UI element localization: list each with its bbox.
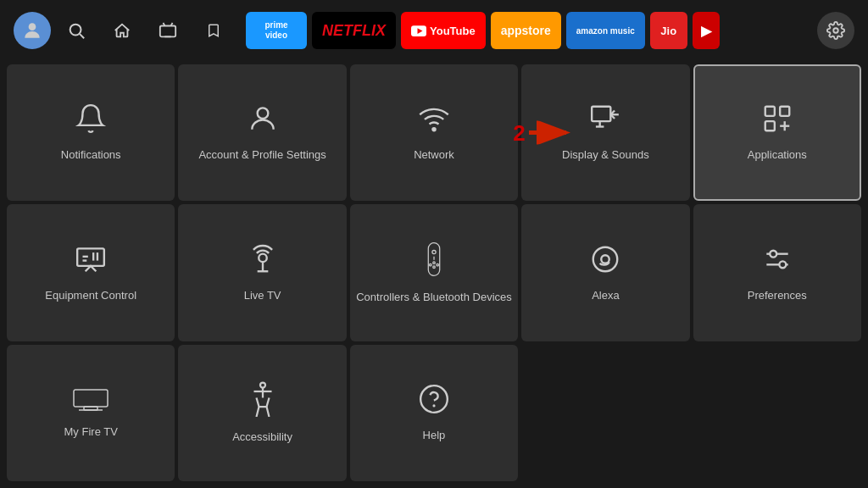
svg-point-39 <box>770 250 776 257</box>
display-sounds-icon <box>589 103 621 140</box>
remote-icon <box>422 241 446 282</box>
grid-item-network[interactable]: Network <box>350 64 518 201</box>
app-prime-video[interactable]: primevideo <box>246 12 307 49</box>
help-icon <box>418 383 450 420</box>
svg-point-11 <box>432 128 435 130</box>
live-tv-label: Live TV <box>244 289 281 303</box>
search-icon[interactable] <box>61 15 92 46</box>
grid-item-display-sounds[interactable]: 2 Display & Sounds <box>521 64 689 201</box>
wifi-icon <box>418 103 450 140</box>
svg-point-29 <box>432 250 436 253</box>
grid-item-my-fire-tv[interactable]: My Fire TV <box>7 345 175 481</box>
app-netflix[interactable]: NETFLIX <box>312 12 396 49</box>
svg-point-44 <box>260 382 265 387</box>
settings-grid: Notifications Account & Profile Settings… <box>0 61 868 488</box>
top-bar: primevideo NETFLIX YouTube appstore amaz… <box>0 0 868 61</box>
svg-rect-20 <box>77 248 104 266</box>
svg-rect-15 <box>765 107 775 116</box>
svg-point-32 <box>433 266 436 269</box>
grid-item-alexa[interactable]: Alexa <box>521 204 689 341</box>
apps-icon <box>761 103 793 140</box>
grid-item-controllers-bluetooth[interactable]: Controllers & Bluetooth Devices <box>350 204 518 341</box>
svg-line-2 <box>80 34 84 38</box>
svg-point-40 <box>779 261 786 268</box>
svg-rect-17 <box>765 121 775 130</box>
app-amazon-music[interactable]: amazon music <box>566 12 645 49</box>
alexa-icon <box>589 243 621 280</box>
grid-item-help[interactable]: Help <box>350 345 518 481</box>
help-label: Help <box>423 429 446 443</box>
firetv-icon <box>72 386 109 417</box>
svg-rect-41 <box>74 390 108 407</box>
avatar[interactable] <box>14 12 51 49</box>
svg-point-0 <box>29 23 36 30</box>
svg-point-33 <box>430 263 432 266</box>
preferences-label: Preferences <box>748 289 807 303</box>
sliders-icon <box>761 243 793 280</box>
grid-item-live-tv[interactable]: Live TV <box>178 204 346 341</box>
equipment-control-label: Equipment Control <box>45 289 136 303</box>
grid-item-equipment-control[interactable]: Equipment Control <box>7 204 175 341</box>
svg-rect-14 <box>593 107 611 121</box>
grid-item-account-profile[interactable]: Account & Profile Settings <box>178 64 346 201</box>
svg-point-1 <box>70 25 81 36</box>
antenna-icon <box>247 243 279 280</box>
svg-point-49 <box>420 385 448 413</box>
grid-item-notifications[interactable]: Notifications <box>7 64 175 201</box>
network-label: Network <box>414 148 454 163</box>
accessibility-icon <box>248 381 278 422</box>
controllers-bluetooth-label: Controllers & Bluetooth Devices <box>356 291 512 305</box>
my-fire-tv-label: My Fire TV <box>64 425 118 440</box>
svg-line-48 <box>266 397 269 407</box>
empty-cell-2 <box>693 345 861 481</box>
alexa-label: Alexa <box>592 289 620 303</box>
app-youtube[interactable]: YouTube <box>401 12 486 49</box>
monitor-icon <box>75 243 107 280</box>
person-icon <box>247 103 279 140</box>
grid-item-applications[interactable]: Applications <box>693 64 861 201</box>
app-more[interactable]: ▶ <box>693 12 720 49</box>
nav-icons <box>61 15 229 46</box>
accessibility-label: Accessibility <box>232 430 292 445</box>
display-sounds-label: Display & Sounds <box>562 148 649 163</box>
app-jio[interactable]: Jio <box>650 12 687 49</box>
tv-icon[interactable] <box>153 15 183 46</box>
bookmark-icon[interactable] <box>198 15 229 46</box>
svg-point-35 <box>593 247 618 271</box>
app-shortcuts: primevideo NETFLIX YouTube appstore amaz… <box>246 12 807 49</box>
notifications-label: Notifications <box>61 148 121 163</box>
empty-cell-1 <box>521 345 689 481</box>
svg-point-10 <box>257 108 268 119</box>
svg-point-34 <box>437 263 439 266</box>
svg-point-31 <box>433 261 436 263</box>
grid-item-accessibility[interactable]: Accessibility <box>178 345 346 481</box>
grid-item-preferences[interactable]: Preferences <box>693 204 861 341</box>
home-icon[interactable] <box>107 15 137 46</box>
applications-label: Applications <box>748 148 807 163</box>
app-appstore[interactable]: appstore <box>491 12 561 49</box>
account-profile-label: Account & Profile Settings <box>198 148 326 163</box>
settings-button[interactable] <box>817 12 854 49</box>
svg-line-47 <box>256 397 259 407</box>
bell-icon <box>75 103 107 140</box>
svg-rect-16 <box>780 107 789 116</box>
svg-point-36 <box>602 255 610 263</box>
svg-point-25 <box>259 253 267 262</box>
svg-rect-3 <box>160 26 175 37</box>
svg-point-9 <box>833 28 838 33</box>
